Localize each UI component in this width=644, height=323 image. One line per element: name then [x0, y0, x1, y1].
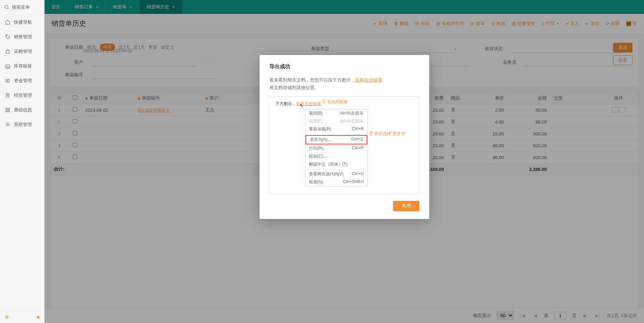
ctx-item: 重新加载(R)Ctrl+R: [305, 125, 367, 133]
sidebar-item-basic[interactable]: 基础信息: [0, 103, 44, 117]
sidebar-item-label: 资金管理: [14, 78, 32, 84]
hint-2: ② 然后选择"另存为": [369, 131, 407, 137]
sidebar-item-sales[interactable]: 销售管理: [0, 30, 44, 44]
ctx-item: 打印(P)...Ctrl+P: [305, 144, 367, 152]
sidebar: 搜索菜单 快捷导航 销售管理 采购管理 库存核算 资金管理 经营管理 基础信息: [0, 0, 44, 323]
grid-icon: [5, 107, 10, 113]
warehouse-icon: [5, 63, 10, 69]
ctx-item: 另存为(A)...Ctrl+S: [305, 135, 367, 144]
sidebar-item-label: 采购管理: [14, 48, 32, 55]
sidebar-item-system[interactable]: 系统管理: [0, 117, 44, 132]
bag-icon: [5, 49, 10, 54]
gear-icon: [5, 122, 10, 127]
sidebar-item-quicknav[interactable]: 快捷导航: [0, 15, 44, 30]
svg-line-1: [8, 8, 9, 9]
right-click-link[interactable]: 鼠标右击链接: [355, 77, 382, 82]
context-menu-illustration: 返回(B)Alt+向左箭头前进(F)Alt+向右箭头重新加载(R)Ctrl+R另…: [305, 109, 368, 187]
ctx-item: 检查(N)Ctrl+Shift+I: [305, 178, 367, 186]
svg-rect-10: [8, 108, 9, 110]
sidebar-item-label: 基础信息: [14, 107, 32, 113]
tag-icon: [5, 34, 10, 40]
ctx-item: 前进(F)Alt+向右箭头: [305, 117, 367, 125]
clipboard-icon: [5, 93, 10, 98]
sidebar-search-label: 搜索菜单: [12, 4, 30, 10]
collapse-icon[interactable]: ◀: [36, 314, 39, 320]
settings-icon[interactable]: ⚙: [5, 314, 9, 320]
sidebar-item-business[interactable]: 经营管理: [0, 88, 44, 103]
demo-illustration: 下方图示，鼠标右击链接 ↖ ① 右击此链接 返回(B)Alt+向左箭头前进(F)…: [269, 96, 419, 194]
search-icon: [4, 5, 10, 10]
sidebar-item-purchase[interactable]: 采购管理: [0, 44, 44, 59]
cursor-icon: ↖: [300, 103, 303, 108]
export-success-dialog: 导出成功 若未看到相关文档，您也可以按下方图示，鼠标右击链接 将文档存储到其他位…: [260, 55, 429, 219]
dialog-title: 导出成功: [269, 63, 419, 70]
svg-rect-11: [6, 110, 7, 112]
sidebar-search[interactable]: 搜索菜单: [0, 0, 44, 15]
svg-point-13: [7, 124, 8, 125]
ctx-item: 投射(C)...: [305, 152, 367, 160]
hint-1: ① 右击此链接: [322, 99, 348, 105]
svg-point-5: [7, 80, 8, 81]
home-icon: [5, 19, 10, 25]
ctx-item: 翻成中文（简体）(T): [305, 160, 367, 168]
money-icon: [5, 78, 10, 84]
svg-point-2: [7, 36, 7, 36]
modal-mask: 导出成功 若未看到相关文档，您也可以按下方图示，鼠标右击链接 将文档存储到其他位…: [44, 0, 644, 323]
sidebar-item-label: 库存核算: [14, 63, 32, 69]
dialog-close-button[interactable]: 关闭: [393, 201, 419, 211]
svg-rect-9: [6, 108, 7, 110]
sidebar-item-label: 销售管理: [14, 34, 32, 40]
svg-point-0: [5, 5, 8, 8]
ctx-item: 查看网页源代码(V)Ctrl+U: [305, 170, 367, 178]
sidebar-item-finance[interactable]: 资金管理: [0, 73, 44, 88]
sidebar-item-inventory[interactable]: 库存核算: [0, 59, 44, 73]
svg-rect-4: [6, 79, 10, 82]
svg-rect-12: [8, 110, 9, 112]
sidebar-item-label: 系统管理: [14, 121, 32, 128]
sidebar-item-label: 经营管理: [14, 92, 32, 99]
ctx-item: 返回(B)Alt+向左箭头: [305, 109, 367, 117]
sidebar-item-label: 快捷导航: [14, 19, 32, 25]
svg-rect-3: [7, 66, 8, 68]
